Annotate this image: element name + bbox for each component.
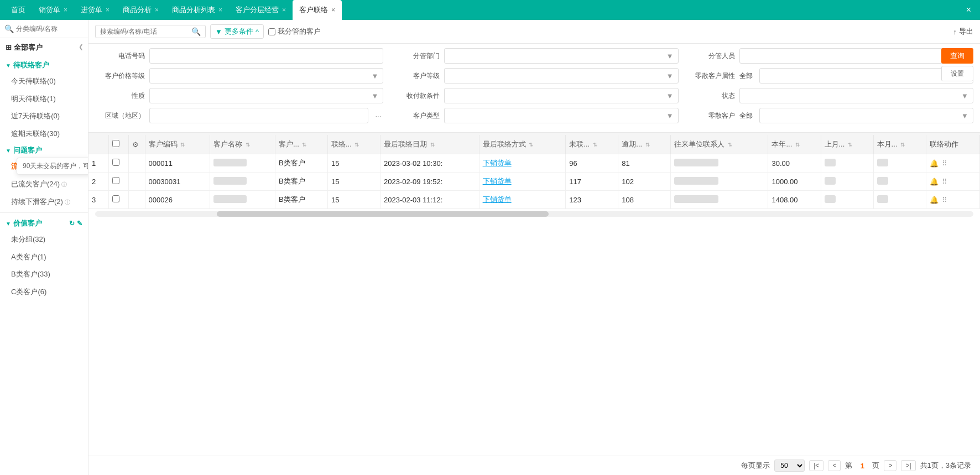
row-checkbox-2[interactable] bbox=[112, 177, 119, 184]
cell-last-month-3 bbox=[821, 191, 873, 209]
filter-nature-select[interactable]: ▼ bbox=[149, 88, 383, 103]
table-gear-icon[interactable]: ⚙ bbox=[132, 140, 139, 149]
filter-grade-select[interactable]: ▼ bbox=[444, 68, 678, 83]
nav-tab-purchase-close[interactable]: × bbox=[106, 6, 110, 14]
col-checkbox[interactable] bbox=[108, 135, 128, 154]
nav-tab-customer-contact[interactable]: 客户联络 × bbox=[293, 0, 342, 20]
horizontal-scrollbar[interactable] bbox=[95, 211, 973, 217]
filter-price-level-select[interactable]: ▼ bbox=[149, 68, 383, 83]
my-customer-checkbox[interactable] bbox=[268, 28, 275, 35]
sidebar-item-tomorrow[interactable]: 明天待联络(1) bbox=[0, 90, 88, 108]
sidebar-item-class-c[interactable]: C类客户(6) bbox=[0, 283, 88, 301]
refresh-icon[interactable]: ↻ bbox=[69, 220, 75, 227]
filter-region-dots[interactable]: ··· bbox=[373, 112, 383, 120]
filter-region-select[interactable] bbox=[149, 108, 368, 123]
filter-phone-input[interactable] bbox=[149, 48, 383, 64]
nav-tab-goods-list[interactable]: 商品分析列表 × bbox=[165, 0, 229, 20]
nav-tab-goods-analysis-close[interactable]: × bbox=[155, 6, 159, 14]
col-this-month-sort[interactable]: ⇅ bbox=[900, 142, 905, 148]
select-all-checkbox[interactable] bbox=[112, 140, 119, 147]
action-contact-icon-3[interactable]: 🔔 bbox=[930, 196, 939, 204]
my-customer-checkbox-wrap[interactable]: 我分管的客户 bbox=[268, 27, 321, 36]
scrollbar-thumb[interactable] bbox=[217, 211, 549, 217]
col-name-sort[interactable]: ⇅ bbox=[246, 142, 250, 148]
action-more-icon-2[interactable]: ⠿ bbox=[942, 178, 947, 186]
cell-contacts-1: 15 bbox=[328, 154, 380, 173]
sidebar-item-already-lost[interactable]: 已流失客户(24) ⓘ bbox=[0, 175, 88, 193]
sidebar-search-input[interactable] bbox=[16, 25, 84, 33]
action-contact-icon-1[interactable]: 🔔 bbox=[930, 159, 939, 168]
cell-checkbox-2[interactable] bbox=[108, 173, 128, 191]
export-btn[interactable]: ↑ 导出 bbox=[953, 27, 974, 36]
nav-tab-customer-tier[interactable]: 客户分层经营 × bbox=[229, 0, 293, 20]
sidebar-section-value[interactable]: ▼ 价值客户 ↻ ✎ bbox=[0, 215, 88, 231]
page-prev-btn[interactable]: < bbox=[828, 460, 841, 471]
per-page-select[interactable]: 50 100 200 bbox=[774, 460, 805, 472]
col-type-sort[interactable]: ⇅ bbox=[302, 142, 306, 148]
edit-icon[interactable]: ✎ bbox=[77, 220, 82, 227]
sidebar-item-class-b[interactable]: B类客户(33) bbox=[0, 265, 88, 283]
cell-checkbox-1[interactable] bbox=[108, 154, 128, 173]
search-input[interactable] bbox=[100, 28, 191, 35]
col-last-date-sort[interactable]: ⇅ bbox=[430, 142, 435, 148]
action-contact-icon-2[interactable]: 🔔 bbox=[930, 178, 939, 186]
info-icon-decline: ⓘ bbox=[65, 199, 70, 205]
nav-tab-customer-tier-close[interactable]: × bbox=[282, 6, 286, 14]
sidebar-item-class-a[interactable]: A类客户(1) bbox=[0, 248, 88, 266]
cell-last-method-2[interactable]: 下销货单 bbox=[479, 173, 566, 191]
nav-tab-purchase[interactable]: 进货单 × bbox=[74, 0, 116, 20]
cell-checkbox-3[interactable] bbox=[108, 191, 128, 209]
col-unit-contact-sort[interactable]: ⇅ bbox=[728, 142, 732, 148]
col-gear[interactable]: ⚙ bbox=[128, 135, 145, 154]
sidebar-item-week[interactable]: 近7天待联络(0) bbox=[0, 107, 88, 125]
link-last-method-2[interactable]: 下销货单 bbox=[483, 177, 512, 185]
nav-tab-goods-list-close[interactable]: × bbox=[218, 6, 222, 14]
filter-status-select[interactable]: ▼ bbox=[739, 88, 973, 103]
filter-customer-type-select[interactable]: ▼ bbox=[444, 108, 678, 123]
nav-close-all-btn[interactable]: × bbox=[962, 5, 976, 15]
query-button[interactable]: 查询 bbox=[941, 48, 973, 64]
nav-tab-sales[interactable]: 销货单 × bbox=[32, 0, 74, 20]
filter-manager-select[interactable] bbox=[739, 48, 958, 64]
sidebar-item-ungrouped[interactable]: 未分组(32) bbox=[0, 231, 88, 248]
cell-last-method-1[interactable]: 下销货单 bbox=[479, 154, 566, 173]
cell-this-month-2 bbox=[873, 173, 926, 191]
link-last-method-1[interactable]: 下销货单 bbox=[483, 159, 512, 167]
filter-retail-customer-select[interactable]: ▼ bbox=[759, 108, 973, 123]
col-last-month-sort[interactable]: ⇅ bbox=[848, 142, 852, 148]
nav-tab-customer-contact-close[interactable]: × bbox=[331, 6, 335, 14]
col-contacts-sort[interactable]: ⇅ bbox=[355, 142, 359, 148]
nav-tab-home[interactable]: 首页 bbox=[4, 0, 32, 20]
sidebar-section-problem[interactable]: ▼ 问题客户 bbox=[0, 142, 88, 158]
col-overdue-sort[interactable]: ⇅ bbox=[645, 142, 650, 148]
sidebar-section-pending[interactable]: ▼ 待联络客户 bbox=[0, 57, 88, 72]
col-type-label: 客户... bbox=[279, 140, 299, 148]
sidebar-item-today[interactable]: 今天待联络(0) bbox=[0, 72, 88, 90]
row-checkbox-3[interactable] bbox=[112, 195, 119, 202]
col-not-contact-sort[interactable]: ⇅ bbox=[593, 142, 597, 148]
setting-button[interactable]: 设置 bbox=[941, 66, 973, 81]
row-checkbox-1[interactable] bbox=[112, 159, 119, 166]
problem-arrow-icon: ▼ bbox=[6, 148, 11, 154]
search-submit-icon[interactable]: 🔍 bbox=[191, 27, 201, 36]
page-first-btn[interactable]: |< bbox=[809, 460, 823, 471]
cell-last-method-3[interactable]: 下销货单 bbox=[479, 191, 566, 209]
sidebar-item-declining[interactable]: 持续下滑客户(2) ⓘ bbox=[0, 193, 88, 211]
sidebar-item-overdue[interactable]: 逾期未联络(30) bbox=[0, 125, 88, 143]
action-more-icon-3[interactable]: ⠿ bbox=[942, 196, 947, 204]
col-last-method-sort[interactable]: ⇅ bbox=[529, 142, 533, 148]
page-next-btn[interactable]: > bbox=[884, 460, 896, 471]
col-this-year-sort[interactable]: ⇅ bbox=[795, 142, 800, 148]
col-this-year: 本年... ⇅ bbox=[768, 135, 821, 154]
cell-overdue-3: 108 bbox=[618, 191, 671, 209]
link-last-method-3[interactable]: 下销货单 bbox=[483, 195, 512, 203]
col-code-sort[interactable]: ⇅ bbox=[180, 142, 185, 148]
filter-payment-select[interactable]: ▼ bbox=[444, 88, 678, 103]
sidebar-all-customers[interactable]: ⊞ 全部客户 《 bbox=[0, 38, 88, 57]
page-last-btn[interactable]: >| bbox=[901, 460, 915, 471]
action-more-icon-1[interactable]: ⠿ bbox=[942, 159, 947, 168]
nav-tab-goods-analysis[interactable]: 商品分析 × bbox=[116, 0, 165, 20]
more-filter-btn[interactable]: ▼ 更多条件 ^ bbox=[210, 24, 264, 39]
filter-dept-select[interactable]: ▼ bbox=[444, 48, 678, 64]
nav-tab-sales-close[interactable]: × bbox=[64, 6, 67, 14]
